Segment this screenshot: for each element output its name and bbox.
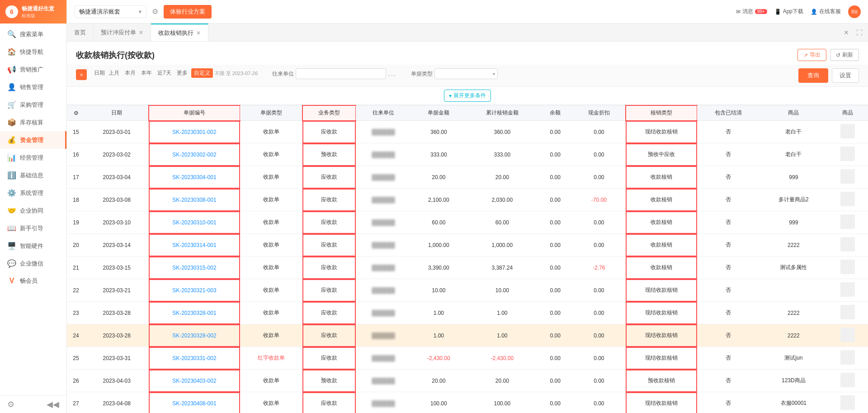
online-service-button[interactable]: 👤 在线客服 bbox=[811, 8, 841, 15]
sidebar-label-finance: 资金管理 bbox=[20, 136, 43, 144]
cell-bill-no: SK-20230310-001 bbox=[149, 211, 241, 234]
close-all-icon[interactable]: ✕ bbox=[842, 27, 851, 38]
query-button[interactable]: 查询 bbox=[798, 68, 828, 83]
refresh-label: 刷新 bbox=[842, 51, 853, 59]
col-header-goods-img[interactable]: 商品 bbox=[827, 105, 868, 121]
cell-bill-no: SK-20230328-002 bbox=[149, 324, 241, 347]
bill-no-link[interactable]: SK-20230314-001 bbox=[172, 242, 216, 248]
cell-goods bbox=[760, 279, 828, 302]
sidebar-item-purchase[interactable]: 🛒 采购管理 bbox=[0, 96, 66, 114]
sidebar-item-collab[interactable]: 🤝 企业协同 bbox=[0, 202, 66, 219]
filter-arrow-button[interactable]: » bbox=[76, 69, 87, 80]
col-header-biz-type[interactable]: 业务类型 bbox=[302, 105, 355, 121]
tab-receipt-cancel-close[interactable]: ✕ bbox=[196, 30, 201, 36]
sidebar-footer-settings[interactable]: ⚙ bbox=[7, 399, 14, 409]
tab-receipt-cancel[interactable]: 收款核销执行 ✕ bbox=[151, 24, 208, 42]
counterparty-input[interactable] bbox=[296, 68, 386, 79]
date-btn-custom[interactable]: 自定义 bbox=[191, 68, 213, 78]
col-header-counterparty[interactable]: 往来单位 bbox=[356, 105, 411, 121]
cell-cancel-amount: 3,387.24 bbox=[466, 256, 538, 279]
cell-cancel-amount: 333.00 bbox=[466, 143, 538, 166]
col-header-cash-discount[interactable]: 现金折扣 bbox=[572, 105, 625, 121]
cell-no: 26 bbox=[67, 370, 85, 392]
expand-more-button[interactable]: ▾ 展开更多条件 bbox=[444, 90, 491, 102]
col-header-cancel-type[interactable]: 核销类型 bbox=[626, 105, 698, 121]
bill-no-link[interactable]: SK-20230321-003 bbox=[172, 287, 216, 294]
sidebar-item-search[interactable]: 🔍 搜索菜单 bbox=[0, 25, 66, 43]
col-header-gear[interactable]: ⚙ bbox=[67, 105, 85, 121]
app-download-button[interactable]: 📱 App下载 bbox=[774, 8, 803, 15]
cell-bill-amount: 3,390.00 bbox=[411, 256, 466, 279]
topbar-settings-icon[interactable]: ⚙ bbox=[152, 7, 158, 16]
bill-no-link[interactable]: SK-20230328-001 bbox=[172, 310, 216, 316]
date-btn-this-year[interactable]: 本年 bbox=[139, 68, 154, 78]
bill-type-select[interactable] bbox=[434, 68, 498, 79]
sidebar-item-finance[interactable]: 💰 资金管理 bbox=[0, 131, 66, 149]
sidebar-logo-text: 畅捷通好生意 标推版 bbox=[22, 5, 54, 19]
col-header-bill-no[interactable]: 单据编号 bbox=[149, 105, 241, 121]
bill-no-link[interactable]: SK-20230302-002 bbox=[172, 152, 216, 158]
sidebar-item-sales[interactable]: 👤 销售管理 bbox=[0, 78, 66, 96]
sidebar-label-guide: 新手引导 bbox=[20, 224, 43, 233]
cell-cash-discount: 0.00 bbox=[572, 324, 625, 347]
user-avatar[interactable]: Rit bbox=[848, 5, 861, 18]
export-button[interactable]: ↗ 导出 bbox=[797, 49, 826, 61]
cell-biz-type: 预收款 bbox=[302, 370, 355, 392]
date-btn-7days[interactable]: 近7天 bbox=[156, 68, 173, 78]
date-btn-this-month[interactable]: 本月 bbox=[123, 68, 137, 78]
app-label: App下载 bbox=[783, 8, 803, 15]
sidebar-item-wechat[interactable]: 💬 企业微信 bbox=[0, 255, 66, 272]
sidebar-label-inventory: 库存核算 bbox=[20, 119, 43, 127]
solution-button[interactable]: 体验行业方案 bbox=[164, 5, 212, 19]
sidebar-item-quicknav[interactable]: 🏠 快捷导航 bbox=[0, 43, 66, 61]
cell-bill-no: SK-20230301-002 bbox=[149, 121, 241, 143]
col-header-balance[interactable]: 余额 bbox=[538, 105, 572, 121]
date-btn-more[interactable]: 更多 bbox=[175, 68, 189, 78]
table-row: 22 2023-03-21 SK-20230321-003 收款单 应收款 ██… bbox=[67, 279, 868, 302]
workspace-selector[interactable]: 畅捷通演示账套 ▾ bbox=[74, 5, 146, 18]
col-header-cancel-amount[interactable]: 累计核销金额 bbox=[466, 105, 538, 121]
col-header-bill-type[interactable]: 单据类型 bbox=[240, 105, 302, 121]
bill-no-link[interactable]: SK-20230403-002 bbox=[172, 378, 216, 384]
maximize-icon[interactable]: ⛶ bbox=[854, 27, 864, 38]
bill-no-link[interactable]: SK-20230315-002 bbox=[172, 265, 216, 271]
sidebar-item-hardware[interactable]: 🖥️ 智能硬件 bbox=[0, 237, 66, 255]
sidebar-label-marketing: 营销推广 bbox=[20, 66, 43, 74]
col-header-bill-amount[interactable]: 单据金额 bbox=[411, 105, 466, 121]
tab-payable-close[interactable]: ✕ bbox=[139, 29, 143, 36]
bill-no-link[interactable]: SK-20230304-001 bbox=[172, 174, 216, 180]
sidebar-item-operation[interactable]: 📊 经营管理 bbox=[0, 149, 66, 166]
sidebar-item-marketing[interactable]: 📢 营销推广 bbox=[0, 61, 66, 78]
data-table: ⚙ 日期 单据编号 单据类型 业务类型 往来单位 单据金额 累计核销金额 余额 … bbox=[67, 105, 868, 413]
cell-cancel-type: 收款核销 bbox=[626, 256, 698, 279]
cell-include-settled: 否 bbox=[697, 143, 760, 166]
cell-goods-img bbox=[827, 370, 868, 392]
sidebar-item-system[interactable]: ⚙️ 系统管理 bbox=[0, 184, 66, 202]
cell-cancel-type: 预收中应收 bbox=[626, 143, 698, 166]
sidebar-label-sales: 销售管理 bbox=[20, 83, 43, 91]
bill-no-link[interactable]: SK-20230310-001 bbox=[172, 219, 216, 226]
cell-biz-type: 应收款 bbox=[302, 234, 355, 256]
sidebar-item-guide[interactable]: 📖 新手引导 bbox=[0, 219, 66, 237]
col-header-goods[interactable]: 商品 bbox=[760, 105, 828, 121]
sidebar-footer-collapse[interactable]: ◀◀ bbox=[47, 399, 59, 409]
filter-settings-button[interactable]: 设置 bbox=[832, 68, 859, 83]
system-icon: ⚙️ bbox=[7, 189, 16, 197]
col-header-date[interactable]: 日期 bbox=[85, 105, 149, 121]
bill-no-link[interactable]: SK-20230331-002 bbox=[172, 355, 216, 361]
refresh-button[interactable]: ↺ 刷新 bbox=[830, 49, 859, 61]
sidebar-item-inventory[interactable]: 📦 库存核算 bbox=[0, 114, 66, 131]
date-btn-last-month[interactable]: 上月 bbox=[107, 68, 121, 78]
bill-no-link[interactable]: SK-20230328-002 bbox=[172, 332, 216, 339]
cell-include-settled: 否 bbox=[697, 279, 760, 302]
sidebar-item-basic[interactable]: ℹ️ 基础信息 bbox=[0, 166, 66, 184]
message-button[interactable]: ✉ 消息 99+ bbox=[736, 8, 767, 15]
tab-payable[interactable]: 预计冲应付单 ✕ bbox=[94, 24, 151, 42]
sidebar-item-member[interactable]: V 畅会员 bbox=[0, 272, 66, 290]
workspace-name: 畅捷通演示账套 bbox=[79, 8, 135, 16]
tab-home[interactable]: 首页 bbox=[67, 24, 94, 42]
bill-no-link[interactable]: SK-20230301-002 bbox=[172, 129, 216, 135]
bill-no-link[interactable]: SK-20230408-001 bbox=[172, 400, 216, 407]
bill-no-link[interactable]: SK-20230308-001 bbox=[172, 197, 216, 203]
col-header-include-settled[interactable]: 包含已结清 bbox=[697, 105, 760, 121]
